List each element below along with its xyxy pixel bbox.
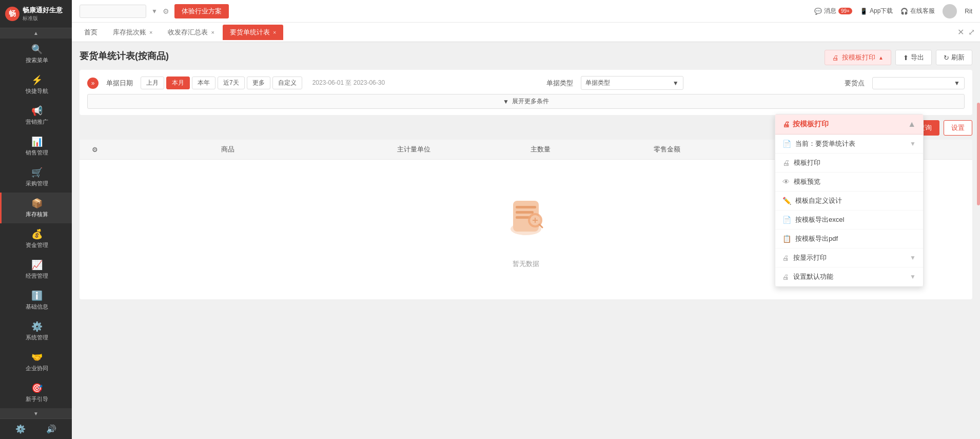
dropdown-sections-container: 🖨 按显示打印 ▼ 🖨 设置默认功能 ▼ [775, 249, 923, 287]
trial-btn[interactable]: 体验行业方案 [174, 4, 229, 18]
collab-icon: 🤝 [31, 352, 43, 363]
date-custom-btn[interactable]: 自定义 [272, 77, 302, 89]
sidebar-scroll-down[interactable]: ▼ [0, 408, 72, 418]
tab-order-summary[interactable]: 要货单统计表× [223, 25, 283, 40]
system-label: 系统管理 [26, 334, 48, 341]
guide-icon: 🎯 [31, 383, 43, 394]
col-header-settings[interactable]: ⚙ [85, 141, 105, 159]
date-last7-btn[interactable]: 近7天 [218, 77, 245, 89]
sidebar-item-purchase[interactable]: 🛒 采购管理 [0, 162, 72, 193]
select-arrow-icon: ▼ [673, 80, 679, 87]
set-default-arrow: ▼ [910, 273, 916, 280]
search-icon: 🔍 [31, 44, 43, 55]
tab-batch-ledger[interactable]: 库存批次账× [106, 25, 160, 40]
order-point-select[interactable]: ▼ [872, 77, 965, 89]
display-print-left: 🖨 按显示打印 [782, 253, 827, 262]
filter-row-1: » 单据日期 上月 本月 本年 近7天 更多 自定义 2023-06-01 至 … [87, 76, 965, 90]
date-current-month-btn[interactable]: 本月 [166, 77, 190, 89]
date-current-year-btn[interactable]: 本年 [192, 77, 215, 89]
sidebar-item-guide[interactable]: 🎯 新手引导 [0, 377, 72, 408]
order-point-arrow-icon: ▼ [954, 80, 960, 87]
dropdown-section-display-print[interactable]: 🖨 按显示打印 ▼ [775, 249, 923, 268]
user-avatar[interactable] [943, 4, 957, 18]
search-dropdown-icon[interactable]: ▼ [151, 8, 158, 15]
sidebar-item-operations[interactable]: 📈 经营管理 [0, 254, 72, 285]
col-header-unit: 主计量单位 [350, 140, 477, 159]
window-close-icon[interactable]: ✕ [957, 27, 964, 37]
quick-nav-icon: ⚡ [31, 74, 43, 86]
sales-icon: 📊 [31, 136, 43, 147]
template-print-label: 模板打印 [794, 158, 820, 167]
tab-home[interactable]: 首页 [77, 25, 105, 40]
purchase-icon: 🛒 [31, 167, 43, 178]
print-template-btn[interactable]: 🖨 按模板打印 ▲ [825, 50, 891, 65]
refresh-btn[interactable]: ↻ 刷新 [936, 50, 972, 65]
sidebar-item-quick-nav[interactable]: ⚡ 快捷导航 [0, 69, 72, 100]
sidebar-item-inventory[interactable]: 📦 库存核算 [0, 193, 72, 223]
date-prev-month-btn[interactable]: 上月 [141, 77, 164, 89]
col-header-qty: 主数量 [477, 140, 604, 159]
dropdown-item-template-export-pdf[interactable]: 📋 按模板导出pdf [775, 230, 923, 249]
sidebar-item-finance[interactable]: 💰 资金管理 [0, 223, 72, 254]
dropdown-item-template-export-excel[interactable]: 📄 按模板导出excel [775, 211, 923, 230]
print-dropdown-panel: 🖨 按模板打印 ▲ 📄 当前：要货单统计表 ▼ 🖨 模板打 [775, 114, 924, 287]
sidebar-item-sales[interactable]: 📊 销售管理 [0, 131, 72, 162]
username-label[interactable]: Rit [965, 8, 972, 15]
sidebar-item-marketing[interactable]: 📢 营销推广 [0, 100, 72, 131]
message-badge: 99+ [838, 8, 852, 14]
page-area: 要货单统计表(按商品) 🖨 按模板打印 ▲ ⬆ 导出 ↻ 刷新 [72, 42, 980, 439]
sidebar-item-collab[interactable]: 🤝 企业协同 [0, 347, 72, 377]
print-icon: 🖨 [832, 54, 839, 62]
dropdown-item-template-preview[interactable]: 👁 模板预览 [775, 173, 923, 192]
tab-label-batch-ledger: 库存批次账 [113, 28, 146, 37]
marketing-label: 营销推广 [26, 118, 48, 126]
date-more-btn[interactable]: 更多 [247, 77, 270, 89]
search-label: 搜索菜单 [26, 56, 48, 64]
settings-btn[interactable]: 设置 [944, 120, 972, 136]
message-btn[interactable]: 💬 消息 99+ [814, 7, 852, 15]
sidebar-item-search[interactable]: 🔍 搜索菜单 [0, 39, 72, 69]
tab-label-recv-summary: 收发存汇总表 [168, 28, 208, 37]
tab-bar: 首页库存批次账×收发存汇总表×要货单统计表× ✕ ⤢ [72, 23, 980, 42]
sidebar-scroll-up[interactable]: ▲ [0, 28, 72, 39]
sidebar-item-system[interactable]: ⚙️ 系统管理 [0, 316, 72, 347]
tab-recv-summary[interactable]: 收发存汇总表× [161, 25, 221, 40]
template-preview-label: 模板预览 [794, 177, 820, 186]
filter-area: » 单据日期 上月 本月 本年 近7天 更多 自定义 2023-06-01 至 … [80, 70, 972, 115]
dropdown-item-template-design[interactable]: ✏️ 模板自定义设计 [775, 192, 923, 211]
display-print-icon: 🖨 [782, 254, 789, 262]
tab-close-recv-summary[interactable]: × [211, 29, 214, 35]
tab-close-order-summary[interactable]: × [273, 29, 276, 35]
speaker-icon[interactable]: 🔊 [46, 424, 56, 434]
topbar-gear-icon[interactable]: ⚙ [163, 7, 169, 15]
sidebar-item-base-info[interactable]: ℹ️ 基础信息 [0, 285, 72, 316]
operations-label: 经营管理 [26, 272, 48, 280]
settings-icon[interactable]: ⚙️ [15, 424, 26, 434]
tab-close-batch-ledger[interactable]: × [149, 29, 152, 35]
export-icon: ⬆ [903, 54, 909, 62]
template-design-icon: ✏️ [782, 197, 791, 205]
app-download-btn[interactable]: 📱 App下载 [860, 7, 893, 15]
template-print-left: 🖨 模板打印 [782, 158, 820, 167]
template-export-pdf-icon: 📋 [782, 235, 791, 243]
order-type-select[interactable]: 单据类型 ▼ [581, 76, 683, 90]
search-input[interactable] [80, 5, 146, 18]
expand-more-btn[interactable]: ▼ 展开更多条件 [87, 94, 965, 109]
base-info-icon: ℹ️ [31, 290, 43, 301]
window-expand-icon[interactable]: ⤢ [968, 27, 975, 37]
dropdown-item-template-print[interactable]: 🖨 模板打印 [775, 154, 923, 173]
print-btn-container: 🖨 按模板打印 ▲ [825, 50, 891, 65]
resize-handle[interactable] [977, 103, 980, 205]
export-btn[interactable]: ⬆ 导出 [895, 50, 932, 65]
filter-expand-icon[interactable]: » [87, 78, 99, 89]
collab-label: 企业协同 [26, 365, 48, 372]
current-template-icon: 📄 [782, 140, 791, 148]
quick-nav-label: 快捷导航 [26, 87, 48, 95]
svg-rect-3 [516, 211, 534, 214]
dropdown-close-icon[interactable]: ▲ [908, 120, 916, 129]
dropdown-section-set-default[interactable]: 🖨 设置默认功能 ▼ [775, 268, 923, 287]
dropdown-current-template[interactable]: 📄 当前：要货单统计表 ▼ [775, 135, 923, 154]
online-service-btn[interactable]: 🎧 在线客服 [900, 7, 935, 15]
operations-icon: 📈 [31, 259, 43, 271]
empty-icon [500, 190, 552, 252]
